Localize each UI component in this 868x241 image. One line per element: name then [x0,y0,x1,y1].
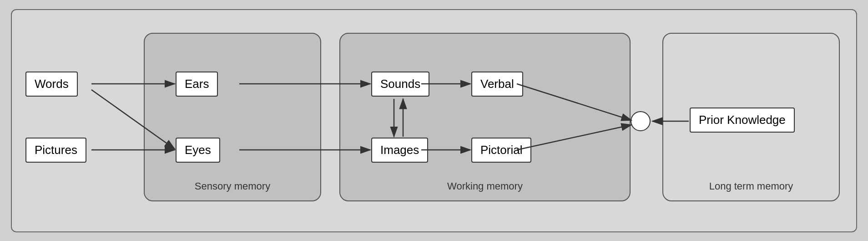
words-box: Words [25,72,78,97]
main-diagram: Sensory memory Working memory Long term … [11,9,857,232]
working-memory-label: Working memory [447,180,523,192]
ears-box: Ears [176,72,218,97]
sensory-memory-label: Sensory memory [195,180,270,192]
sensory-memory-section: Sensory memory [144,33,321,201]
working-memory-section: Working memory [339,33,631,201]
pictorial-box: Pictorial [471,138,531,163]
sounds-box: Sounds [371,72,429,97]
prior-knowledge-box: Prior Knowledge [690,108,795,133]
integration-circle [631,111,651,131]
verbal-box: Verbal [471,72,523,97]
long-term-memory-label: Long term memory [709,180,793,192]
pictures-box: Pictures [25,138,86,163]
images-box: Images [371,138,428,163]
eyes-box: Eyes [176,138,220,163]
